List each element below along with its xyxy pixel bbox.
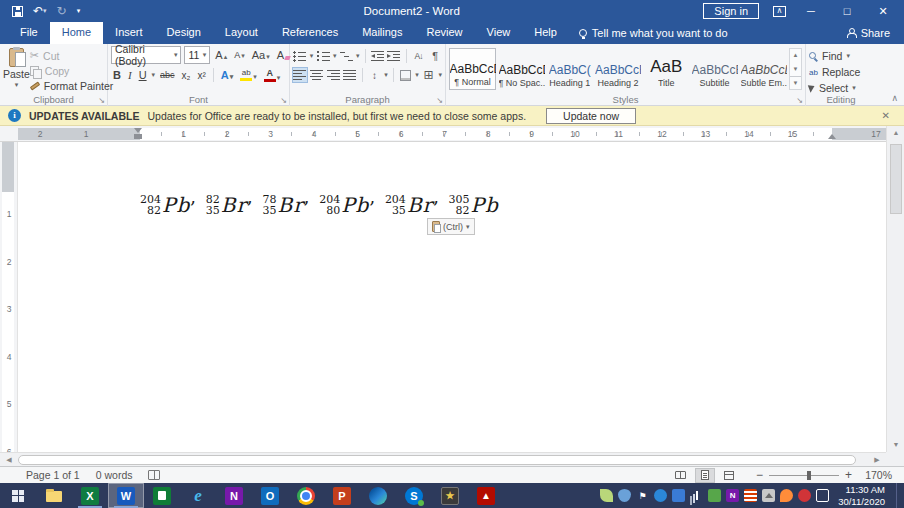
style-heading-1[interactable]: AaBbC(Heading 1 [547,48,593,90]
change-case-button[interactable]: Aa▾ [250,49,272,61]
style-title[interactable]: AaBTitle [644,48,690,90]
highlight-button[interactable]: ab▾ [238,69,259,81]
scroll-down-icon[interactable]: ▼ [887,438,904,452]
subscript-button[interactable]: x₂ [180,70,193,81]
tab-layout[interactable]: Layout [213,22,270,44]
paste-options-button[interactable]: (Ctrl) ▾ [427,218,475,235]
print-layout-button[interactable] [696,469,714,482]
right-indent-marker[interactable] [828,134,836,139]
tab-review[interactable]: Review [415,22,475,44]
zoom-slider[interactable] [769,475,839,476]
taskbar-clock[interactable]: 11:30 AM 30/11/2020 [834,484,891,508]
tell-me-box[interactable]: Tell me what you want to do [569,22,738,44]
scroll-left-icon[interactable]: ◀ [2,453,16,467]
tray-signal-icon[interactable] [690,489,703,502]
page-indicator[interactable]: Page 1 of 1 [26,469,80,481]
horizontal-ruler[interactable]: 2112345678910111213141517 [0,126,886,142]
increase-indent-button[interactable] [387,49,401,63]
clear-formatting-button[interactable]: A [275,49,286,61]
format-painter-button[interactable]: Format Painter [30,80,113,92]
taskbar-button-star-app[interactable]: ★ [432,483,468,508]
replace-button[interactable]: abReplace [809,66,873,78]
taskbar-button-excel[interactable]: X [72,483,108,508]
select-button[interactable]: Select▾ [809,82,873,94]
web-layout-button[interactable] [720,469,738,482]
tab-design[interactable]: Design [155,22,213,44]
clipboard-dialog-launcher[interactable]: ↘ [98,96,105,105]
paste-button[interactable]: Paste ▾ [3,46,30,92]
align-center-button[interactable] [310,68,324,82]
tab-view[interactable]: View [475,22,523,44]
taskbar-button-chrome[interactable] [288,483,324,508]
vertical-scroll-thumb[interactable] [890,144,902,214]
find-button[interactable]: Find▾ [809,50,873,62]
shading-button[interactable] [399,68,413,82]
horizontal-scroll-thumb[interactable] [18,455,856,465]
document-page[interactable]: 20482Pb, 8235Br, 7835Br, 20480Pb, 20435B… [18,142,886,452]
read-mode-button[interactable] [672,469,690,482]
customize-quick-access-icon[interactable]: ▾ [77,7,81,15]
strikethrough-button[interactable]: abc [158,70,177,80]
font-dialog-launcher[interactable]: ↘ [280,96,287,105]
tray-onenote-icon[interactable]: N [726,489,739,502]
cut-button[interactable]: ✂Cut [30,49,113,62]
paragraph-dialog-launcher[interactable]: ↘ [436,96,443,105]
vertical-scrollbar[interactable]: ▲ ▼ [886,126,904,452]
borders-button[interactable]: ⊞ [422,68,436,82]
close-button[interactable]: ✕ [872,5,894,18]
tray-chat-icon[interactable] [708,489,721,502]
grow-font-button[interactable]: A▴ [213,49,229,61]
first-line-indent-marker[interactable] [134,128,142,133]
share-button[interactable]: Share [847,22,904,44]
ribbon-display-options-icon[interactable]: ∧ [773,6,786,17]
tray-flag-icon[interactable]: ⚑ [636,489,649,502]
sort-button[interactable]: A↓ [412,49,426,63]
taskbar-button-outlook[interactable]: O [252,483,288,508]
align-left-button[interactable] [293,68,307,82]
tray-app-icon[interactable] [672,489,685,502]
tray-stripes-icon[interactable] [744,489,757,502]
undo-icon[interactable]: ↶▾ [33,4,47,18]
taskbar-button-acrobat[interactable]: ▲ [468,483,504,508]
taskbar-button-powerpoint[interactable]: P [324,483,360,508]
scroll-right-icon[interactable]: ▶ [870,453,884,467]
redo-icon[interactable]: ↻ [57,4,67,18]
underline-button[interactable]: U [137,69,149,81]
styles-scroll-up-icon[interactable]: ▲ [790,49,801,61]
show-hide-marks-button[interactable]: ¶ [428,49,442,63]
zoom-percentage[interactable]: 170% [862,469,892,481]
zoom-slider-thumb[interactable] [807,471,811,480]
align-right-button[interactable] [326,68,340,82]
scroll-up-icon[interactable]: ▲ [887,126,904,140]
sign-in-button[interactable]: Sign in [703,3,759,19]
taskbar-button-store[interactable] [144,483,180,508]
justify-button[interactable] [343,68,357,82]
tab-references[interactable]: References [270,22,350,44]
superscript-button[interactable]: x² [196,70,208,81]
style-heading-2[interactable]: AaBbCcEHeading 2 [595,48,642,90]
decrease-indent-button[interactable] [370,49,384,63]
paste-dropdown-caret[interactable]: ▾ [15,81,19,89]
taskbar-button-edge[interactable] [360,483,396,508]
tab-mailings[interactable]: Mailings [350,22,414,44]
tray-swirl-icon[interactable] [798,489,811,502]
italic-button[interactable]: I [126,69,134,81]
style-subtle-em[interactable]: AaBbCcDiSubtle Em... [740,48,787,90]
left-indent-marker[interactable] [134,134,142,139]
collapse-ribbon-icon[interactable]: ∧ [891,93,898,103]
taskbar-button-word[interactable]: W [108,483,144,508]
tray-search-icon[interactable] [654,489,667,502]
document-text-line[interactable]: 20482Pb, 8235Br, 7835Br, 20480Pb, 20435B… [140,186,499,217]
style-normal[interactable]: AaBbCcDc¶ Normal [449,48,496,90]
style-subtitle[interactable]: AaBbCcESubtitle [691,48,738,90]
proofing-icon[interactable] [148,470,160,480]
font-color-button[interactable]: A▾ [262,69,283,82]
taskbar-button-internet-explorer[interactable]: e [180,483,216,508]
text-effects-button[interactable]: A▾ [219,69,235,81]
styles-dialog-launcher[interactable]: ↘ [796,96,803,105]
copy-button[interactable]: Copy [30,65,113,77]
multilevel-list-button[interactable] [339,49,353,63]
taskbar-button-start[interactable] [0,483,36,508]
taskbar-button-onenote[interactable]: N [216,483,252,508]
maximize-button[interactable]: □ [836,5,858,17]
